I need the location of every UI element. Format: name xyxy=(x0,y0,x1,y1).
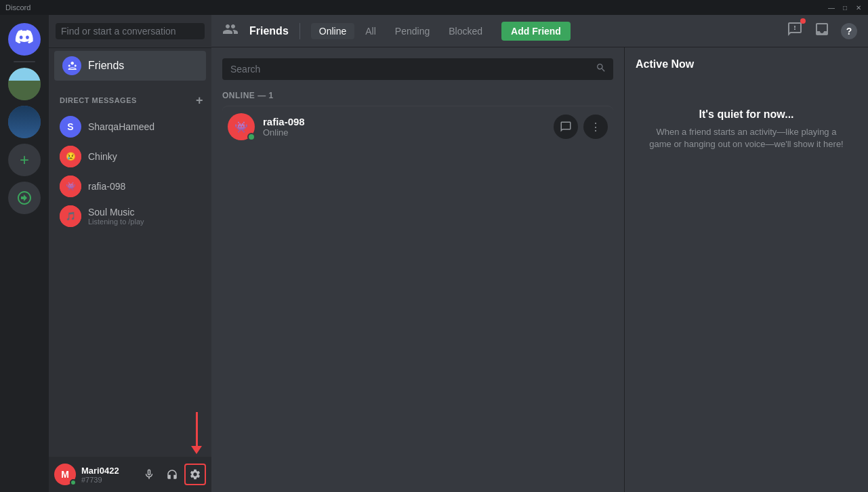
dm-name-group-sharqa: SharqaHameed xyxy=(88,121,154,132)
arrow-indicator xyxy=(191,412,202,454)
dm-section-label: DIRECT MESSAGES xyxy=(60,96,137,104)
search-icon xyxy=(596,62,606,76)
dm-list: S SharqaHameed 😢 Chinky 👾 rafia-098 xyxy=(49,109,211,457)
titlebar: Discord — □ ✕ xyxy=(0,0,868,15)
tab-all[interactable]: All xyxy=(357,23,384,39)
add-dm-button[interactable]: + xyxy=(196,94,203,106)
dm-name-rafia: rafia-098 xyxy=(88,181,125,192)
friends-content: ONLINE — 1 👾 rafia-098 Online xyxy=(211,47,868,492)
dm-name-chinky: Chinky xyxy=(88,151,117,162)
user-panel: M Mari0422 #7739 xyxy=(49,457,211,492)
more-options-button[interactable]: ⋮ xyxy=(583,115,608,139)
friends-header-icon xyxy=(222,21,239,41)
dm-name-soul: Soul Music xyxy=(88,207,144,218)
tab-pending[interactable]: Pending xyxy=(387,23,438,39)
user-name: Mari0422 xyxy=(81,466,133,476)
dm-item-rafia[interactable]: 👾 rafia-098 xyxy=(54,171,206,201)
new-dm-button[interactable] xyxy=(787,21,803,41)
friend-name-rafia: rafia-098 xyxy=(263,116,554,127)
active-now-empty-title: It's quiet for now... xyxy=(699,108,793,121)
dm-avatar-sharqa: S xyxy=(60,116,81,138)
server-divider xyxy=(14,61,35,62)
header-actions: ? xyxy=(787,21,857,41)
header-tabs: Online All Pending Blocked xyxy=(311,23,491,39)
friends-list-area: ONLINE — 1 👾 rafia-098 Online xyxy=(211,47,624,492)
discord-home-button[interactable] xyxy=(8,23,41,56)
explore-button[interactable] xyxy=(8,182,41,214)
dm-avatar-soul: 🎵 xyxy=(60,205,81,227)
user-avatar: M xyxy=(54,464,76,485)
main-content: Friends Online All Pending Blocked Add F… xyxy=(211,15,868,492)
dm-name-group-soul: Soul Music Listening to /play xyxy=(88,207,144,226)
maximize-button[interactable]: □ xyxy=(841,3,849,12)
friends-nav-button[interactable]: Friends xyxy=(54,51,206,81)
user-info: Mari0422 #7739 xyxy=(81,466,133,484)
deafen-button[interactable] xyxy=(161,464,183,485)
add-friend-button[interactable]: Add Friend xyxy=(501,22,571,41)
dm-name-sharqa: SharqaHameed xyxy=(88,121,154,132)
friend-row-rafia[interactable]: 👾 rafia-098 Online xyxy=(222,106,613,147)
inbox-button[interactable] xyxy=(814,21,830,41)
active-now-panel: Active Now It's quiet for now... When a … xyxy=(624,47,868,492)
arrow-head xyxy=(191,446,202,454)
server-sidebar: + xyxy=(0,15,49,492)
dm-avatar-rafia: 👾 xyxy=(60,176,81,197)
dm-sidebar: Friends DIRECT MESSAGES + S SharqaHameed… xyxy=(49,15,211,492)
dm-section-header: DIRECT MESSAGES + xyxy=(49,83,211,109)
arrow-line xyxy=(196,412,198,446)
dm-search-bar xyxy=(49,15,211,48)
tab-blocked[interactable]: Blocked xyxy=(440,23,491,39)
friend-online-dot xyxy=(247,133,255,141)
dm-item-soul[interactable]: 🎵 Soul Music Listening to /play xyxy=(54,201,206,231)
friends-header: Friends Online All Pending Blocked Add F… xyxy=(211,15,868,47)
server-icon-2[interactable] xyxy=(8,106,41,138)
dm-item-sharqa[interactable]: S SharqaHameed xyxy=(54,112,206,142)
server-icon-1[interactable] xyxy=(8,68,41,100)
dm-status-soul: Listening to /play xyxy=(88,218,144,226)
friends-label: Friends xyxy=(88,60,124,72)
header-divider xyxy=(299,23,300,39)
friends-header-title: Friends xyxy=(249,25,289,37)
user-controls xyxy=(138,464,206,485)
search-input[interactable] xyxy=(56,23,205,39)
online-section-label: ONLINE — 1 xyxy=(222,91,613,100)
user-tag: #7739 xyxy=(81,476,133,484)
settings-button[interactable] xyxy=(184,464,206,485)
titlebar-controls: — □ ✕ xyxy=(827,3,863,12)
dm-name-group-rafia: rafia-098 xyxy=(88,181,125,192)
mute-button[interactable] xyxy=(138,464,160,485)
active-now-empty-desc: When a friend starts an activity—like pl… xyxy=(649,126,844,150)
active-now-title: Active Now xyxy=(636,58,857,70)
message-friend-button[interactable] xyxy=(554,115,578,139)
friend-actions-rafia: ⋮ xyxy=(554,115,608,139)
friend-status-rafia: Online xyxy=(263,127,554,138)
friends-search-input[interactable] xyxy=(222,58,613,80)
search-bar-friends xyxy=(222,58,613,80)
close-button[interactable]: ✕ xyxy=(854,3,863,12)
add-server-button[interactable]: + xyxy=(8,144,41,176)
titlebar-title: Discord xyxy=(5,3,30,12)
dm-name-group-chinky: Chinky xyxy=(88,151,117,162)
user-online-indicator xyxy=(70,479,77,486)
help-button[interactable]: ? xyxy=(841,23,857,39)
tab-online[interactable]: Online xyxy=(311,23,354,39)
friends-icon xyxy=(62,56,81,75)
dm-item-chinky[interactable]: 😢 Chinky xyxy=(54,142,206,171)
friend-avatar-rafia: 👾 xyxy=(228,113,255,140)
dm-avatar-chinky: 😢 xyxy=(60,146,81,167)
minimize-button[interactable]: — xyxy=(827,3,835,12)
friend-info-rafia: rafia-098 Online xyxy=(263,116,554,138)
app-layout: + Friends DIRECT MESSAGES + xyxy=(0,15,868,492)
active-now-empty: It's quiet for now... When a friend star… xyxy=(636,81,857,178)
notification-badge xyxy=(800,18,806,24)
